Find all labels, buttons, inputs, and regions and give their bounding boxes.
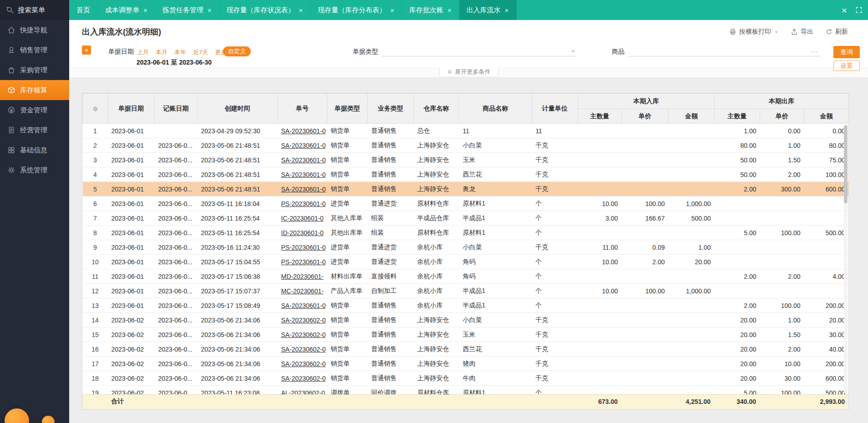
table-row[interactable]: 162023-06-022023-06-0...2023-05-06 21:34… xyxy=(83,342,849,357)
date-option-this-year[interactable]: 本年 xyxy=(174,48,186,56)
doc-no-link[interactable]: SA-20230602-0 xyxy=(281,317,326,324)
refresh-button[interactable]: 刷新 xyxy=(825,28,848,36)
doc-no-link[interactable]: MC-20230601- xyxy=(281,287,324,295)
tab-close-icon[interactable]: × xyxy=(505,6,509,14)
tab-home[interactable]: 首页 xyxy=(69,0,98,20)
sidebar-item-inventory[interactable]: 库存核算 xyxy=(0,80,69,100)
col-product[interactable]: 商品名称 xyxy=(459,94,532,124)
sidebar-item-quick-nav[interactable]: 快捷导航 xyxy=(0,20,69,40)
col-doc-date[interactable]: 单据日期 xyxy=(108,94,155,124)
tab-close-icon[interactable]: × xyxy=(447,6,452,14)
tab-stock-batch[interactable]: 库存批次账× xyxy=(402,0,459,20)
collapse-filters-button[interactable]: » xyxy=(82,45,91,55)
cell-acct-date xyxy=(155,124,198,138)
table-row[interactable]: 182023-06-022023-06-0...2023-05-06 21:34… xyxy=(83,371,849,386)
col-in-price[interactable]: 单价 xyxy=(622,109,669,124)
print-button[interactable]: 按横板打印 xyxy=(729,28,779,36)
tab-stock-status[interactable]: 现存量（库存状况表）× xyxy=(219,0,311,20)
tab-inout-flow[interactable]: 出入库流水× xyxy=(459,0,517,20)
doc-no-link[interactable]: SA-20230601-0 xyxy=(281,171,326,178)
col-acct-date[interactable]: 记账日期 xyxy=(155,94,198,124)
date-option-last-month[interactable]: 上月 xyxy=(137,48,149,56)
doc-no-link[interactable]: SA-20230601-0 xyxy=(281,156,326,164)
col-unit[interactable]: 计量单位 xyxy=(532,94,578,124)
tab-stock-distribution[interactable]: 现存量（库存分布表）× xyxy=(310,0,402,20)
tab-close-icon[interactable]: × xyxy=(143,6,147,14)
col-doc-no[interactable]: 单号 xyxy=(278,94,327,124)
sidebar-item-purchase[interactable]: 采购管理 xyxy=(0,60,69,80)
table-row[interactable]: 122023-06-012023-06-0...2023-05-17 15:07… xyxy=(83,284,849,298)
table-row[interactable]: 12023-06-012023-04-29 09:52:30SA-2023060… xyxy=(83,124,849,138)
sidebar-item-system[interactable]: 系统管理 xyxy=(0,160,69,180)
product-picker-icon[interactable]: … xyxy=(811,46,818,54)
doc-no-link[interactable]: SA-20230602-0 xyxy=(281,331,326,338)
fullscreen-icon[interactable] xyxy=(855,6,863,14)
doc-no-link[interactable]: SA-20230601-0 xyxy=(281,127,326,135)
table-row[interactable]: 172023-06-022023-06-0...2023-05-06 21:34… xyxy=(83,357,849,371)
expand-more-button[interactable]: 展开更多条件 xyxy=(439,68,498,77)
doc-no-link[interactable]: PS-20230601-0 xyxy=(281,200,326,207)
doc-no-link[interactable]: SA-20230602-0 xyxy=(281,346,326,353)
column-config-header[interactable] xyxy=(83,94,108,124)
doc-no-link[interactable]: SA-20230601-0 xyxy=(281,142,326,149)
table-row[interactable]: 152023-06-022023-06-0...2023-05-06 21:34… xyxy=(83,327,849,342)
doc-no-link[interactable]: ID-20230601-0 xyxy=(281,229,324,237)
col-out-amount[interactable]: 金额 xyxy=(804,109,849,124)
tab-picking-task[interactable]: 拣货任务管理× xyxy=(155,0,219,20)
col-out-qty[interactable]: 主数量 xyxy=(715,109,760,124)
col-in-qty[interactable]: 主数量 xyxy=(578,109,622,124)
close-all-tabs-icon[interactable]: × xyxy=(842,5,847,15)
col-created[interactable]: 创建时间 xyxy=(198,94,278,124)
sidebar-item-funds[interactable]: 资金管理 xyxy=(0,100,69,120)
export-button[interactable]: 导出 xyxy=(791,28,813,36)
settings-button[interactable]: 设置 xyxy=(833,60,860,71)
sidebar-search[interactable]: 搜索菜单 xyxy=(0,0,69,20)
doc-type-select[interactable] xyxy=(382,45,577,56)
table-row[interactable]: 52023-06-012023-06-0...2023-05-06 21:48:… xyxy=(83,182,849,196)
col-warehouse[interactable]: 仓库名称 xyxy=(414,94,459,124)
table-row[interactable]: 192023-06-022023-06-0...2023-05-11 16:23… xyxy=(83,386,849,395)
product-input[interactable]: … xyxy=(628,45,820,56)
cell-out-qty: 20.00 xyxy=(715,357,760,371)
doc-no-link[interactable]: PS-20230601-0 xyxy=(281,244,326,251)
doc-no-link[interactable]: SA-20230601-0 xyxy=(281,186,326,193)
col-biz-type[interactable]: 业务类型 xyxy=(368,94,414,124)
doc-no-link[interactable]: SA-20230602-0 xyxy=(281,375,326,382)
table-row[interactable]: 62023-06-012023-06-0...2023-05-11 16:18:… xyxy=(83,196,849,211)
date-range-value[interactable]: 2023-06-01 至 2023-06-30 xyxy=(137,59,212,67)
vertical-scrollbar[interactable] xyxy=(844,125,848,393)
table-row[interactable]: 42023-06-012023-06-0...2023-05-06 21:48:… xyxy=(83,167,849,182)
sidebar-item-base-info[interactable]: 基础信息 xyxy=(0,140,69,160)
table-row[interactable]: 22023-06-012023-06-0...2023-05-06 21:48:… xyxy=(83,138,849,153)
table-row[interactable]: 132023-06-012023-06-0...2023-05-17 15:08… xyxy=(83,298,849,313)
scrollbar-thumb[interactable] xyxy=(844,125,848,203)
doc-no-link[interactable]: SA-20230602-0 xyxy=(281,360,326,368)
doc-no-link[interactable]: PS-20230601-0 xyxy=(281,258,326,266)
table-row[interactable]: 82023-06-012023-06-0...2023-05-11 16:25:… xyxy=(83,226,849,240)
doc-no-link[interactable]: MD-20230601- xyxy=(281,273,324,280)
custom-date-badge[interactable]: 自定义 xyxy=(223,46,251,56)
table-row[interactable]: 112023-06-012023-06-0...2023-05-17 15:06… xyxy=(83,269,849,284)
sidebar-item-business[interactable]: 经营管理 xyxy=(0,120,69,140)
cell-doc-type: 材料出库单 xyxy=(327,269,368,284)
col-doc-type[interactable]: 单据类型 xyxy=(327,94,368,124)
tab-cost-adjust[interactable]: 成本调整单× xyxy=(98,0,155,20)
date-option-last-7-days[interactable]: 近7天 xyxy=(193,48,208,56)
doc-no-link[interactable]: IC-20230601-0 xyxy=(281,215,324,222)
table-row[interactable]: 72023-06-012023-06-0...2023-05-11 16:25:… xyxy=(83,211,849,226)
col-out-price[interactable]: 单价 xyxy=(760,109,804,124)
tab-close-icon[interactable]: × xyxy=(299,6,303,14)
tab-close-icon[interactable]: × xyxy=(390,6,394,14)
tab-close-icon[interactable]: × xyxy=(208,6,212,14)
doc-no-link[interactable]: AL-20230602-0 xyxy=(281,389,325,395)
cell-doc-no: SA-20230601-0 xyxy=(278,138,327,153)
date-option-this-month[interactable]: 本月 xyxy=(156,48,168,56)
table-row[interactable]: 142023-06-022023-06-0...2023-05-06 21:34… xyxy=(83,313,849,327)
query-button[interactable]: 查询 xyxy=(833,46,860,58)
table-row[interactable]: 102023-06-012023-06-0...2023-05-17 15:04… xyxy=(83,255,849,269)
doc-no-link[interactable]: SA-20230601-0 xyxy=(281,302,326,309)
sidebar-item-sales[interactable]: 销售管理 xyxy=(0,40,69,60)
table-row[interactable]: 92023-06-012023-06-0...2023-05-16 11:24:… xyxy=(83,240,849,255)
col-in-amount[interactable]: 金额 xyxy=(669,109,715,124)
table-row[interactable]: 32023-06-012023-06-0...2023-05-06 21:48:… xyxy=(83,153,849,167)
